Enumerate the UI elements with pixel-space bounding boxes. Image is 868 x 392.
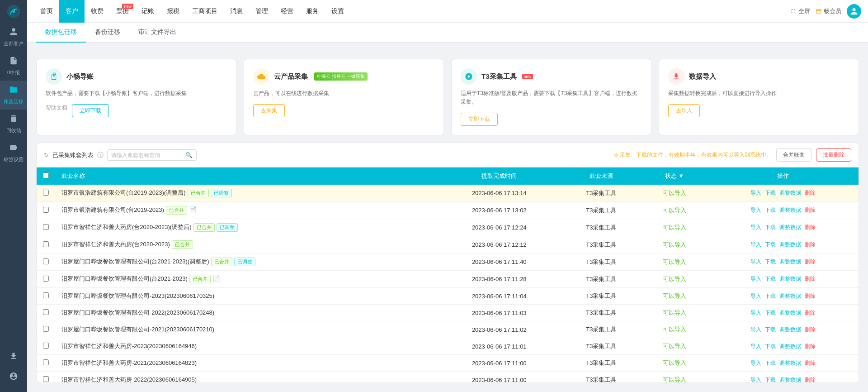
action-调整数据[interactable]: 调整数据 [779,207,801,213]
fullscreen-btn[interactable]: 全屏 [790,7,810,15]
action-删除[interactable]: 删除 [805,276,816,282]
topnav-invoice[interactable]: 票据 new [110,0,135,23]
action-导入[interactable]: 导入 [750,241,761,248]
action-下载[interactable]: 下载 [765,377,776,383]
member-btn[interactable]: 畅会员 [816,7,841,15]
action-导入[interactable]: 导入 [750,360,761,366]
action-导入[interactable]: 导入 [750,190,761,196]
xiao-chang-help-link[interactable]: 帮助文档 [46,104,67,117]
action-下载[interactable]: 下载 [765,241,776,248]
action-删除[interactable]: 删除 [805,190,816,196]
sidebar-item-all-clients[interactable]: 全部客户 [0,23,27,52]
tab-data-migrate[interactable]: 数据包迁移 [36,23,86,43]
row-checkbox[interactable] [43,343,49,349]
merge-btn[interactable]: 合并账套 [776,148,811,162]
row-checkbox[interactable] [43,276,49,282]
row-checkbox[interactable] [43,224,49,230]
action-下载[interactable]: 下载 [765,293,776,299]
sidebar-user[interactable] [0,367,27,387]
action-导入[interactable]: 导入 [750,310,761,316]
row-checkbox[interactable] [43,207,49,213]
action-调整数据[interactable]: 调整数据 [779,377,801,383]
action-导入[interactable]: 导入 [750,326,761,333]
action-下载[interactable]: 下载 [765,343,776,349]
action-删除[interactable]: 删除 [805,207,816,213]
row-checkbox[interactable] [43,326,49,332]
topnav-operation[interactable]: 经营 [274,0,300,23]
action-调整数据[interactable]: 调整数据 [779,310,801,316]
sidebar-download[interactable] [0,347,27,367]
sidebar-item-recycle[interactable]: 回收站 [0,110,27,139]
user-avatar[interactable] [847,4,861,19]
action-下载[interactable]: 下载 [765,310,776,316]
data-import-btn[interactable]: 去导入 [668,104,700,117]
topnav-message[interactable]: 消息 [224,0,249,23]
action-导入[interactable]: 导入 [750,207,761,213]
topnav-service[interactable]: 服务 [300,0,325,23]
cloud-collect-btn[interactable]: 去采集 [253,104,285,117]
action-删除[interactable]: 删除 [805,224,816,230]
sidebar-item-tag-settings[interactable]: 标签设置 [0,139,27,167]
action-调整数据[interactable]: 调整数据 [779,224,801,230]
action-下载[interactable]: 下载 [765,276,776,282]
search-input[interactable] [111,152,184,158]
topnav-manage[interactable]: 管理 [249,0,274,23]
xiao-chang-title: 小畅导账 [66,72,94,81]
action-调整数据[interactable]: 调整数据 [779,276,801,282]
topnav-settings[interactable]: 设置 [325,0,350,23]
sidebar-item-zero-report[interactable]: 0申报 [0,52,27,81]
row-checkbox[interactable] [43,309,49,315]
batch-delete-btn[interactable]: 批量删除 [816,148,851,162]
tab-audit-export[interactable]: 审计文件导出 [129,23,185,43]
action-删除[interactable]: 删除 [805,326,816,333]
row-checkbox[interactable] [43,376,49,382]
action-导入[interactable]: 导入 [750,258,761,265]
action-下载[interactable]: 下载 [765,207,776,213]
topnav-tax[interactable]: 报税 [160,0,186,23]
action-调整数据[interactable]: 调整数据 [779,258,801,265]
action-调整数据[interactable]: 调整数据 [779,190,801,196]
action-导入[interactable]: 导入 [750,224,761,230]
action-调整数据[interactable]: 调整数据 [779,343,801,349]
action-下载[interactable]: 下载 [765,258,776,265]
search-icon[interactable]: 🔍 [185,152,193,158]
action-调整数据[interactable]: 调整数据 [779,360,801,366]
action-导入[interactable]: 导入 [750,377,761,383]
row-checkbox[interactable] [43,190,49,196]
action-删除[interactable]: 删除 [805,293,816,299]
row-actions-cell: 导入下载调整数据删除 [708,321,859,338]
tab-backup-migrate[interactable]: 备份迁移 [86,23,129,43]
action-删除[interactable]: 删除 [805,310,816,316]
sidebar-item-account-migrate[interactable]: 账套迁移 [0,81,27,110]
select-all-checkbox[interactable] [43,172,49,178]
row-checkbox[interactable] [43,241,49,247]
action-下载[interactable]: 下载 [765,224,776,230]
row-checkbox[interactable] [43,292,49,298]
action-下载[interactable]: 下载 [765,360,776,366]
action-删除[interactable]: 删除 [805,241,816,248]
action-下载[interactable]: 下载 [765,190,776,196]
topnav-fee[interactable]: 收费 [85,0,110,23]
xiao-chang-download-btn[interactable]: 立即下载 [72,104,109,117]
col-status: 状态 ▼ [641,167,708,185]
row-checkbox[interactable] [43,258,49,264]
topnav-business[interactable]: 工商项目 [186,0,224,23]
sidebar-logo[interactable] [0,0,27,23]
action-下载[interactable]: 下载 [765,326,776,333]
action-调整数据[interactable]: 调整数据 [779,241,801,248]
t3-download-btn[interactable]: 立即下载 [461,113,498,126]
action-删除[interactable]: 删除 [805,360,816,366]
refresh-icon[interactable]: ↻ [44,152,49,158]
action-调整数据[interactable]: 调整数据 [779,326,801,333]
topnav-bookkeeping[interactable]: 记账 [135,0,160,23]
action-删除[interactable]: 删除 [805,343,816,349]
row-checkbox[interactable] [43,359,49,365]
action-删除[interactable]: 删除 [805,258,816,265]
topnav-client[interactable]: 客户 [59,0,85,23]
action-删除[interactable]: 删除 [805,377,816,383]
action-调整数据[interactable]: 调整数据 [779,293,801,299]
action-导入[interactable]: 导入 [750,343,761,349]
topnav-home[interactable]: 首页 [34,0,59,23]
action-导入[interactable]: 导入 [750,293,761,299]
action-导入[interactable]: 导入 [750,276,761,282]
